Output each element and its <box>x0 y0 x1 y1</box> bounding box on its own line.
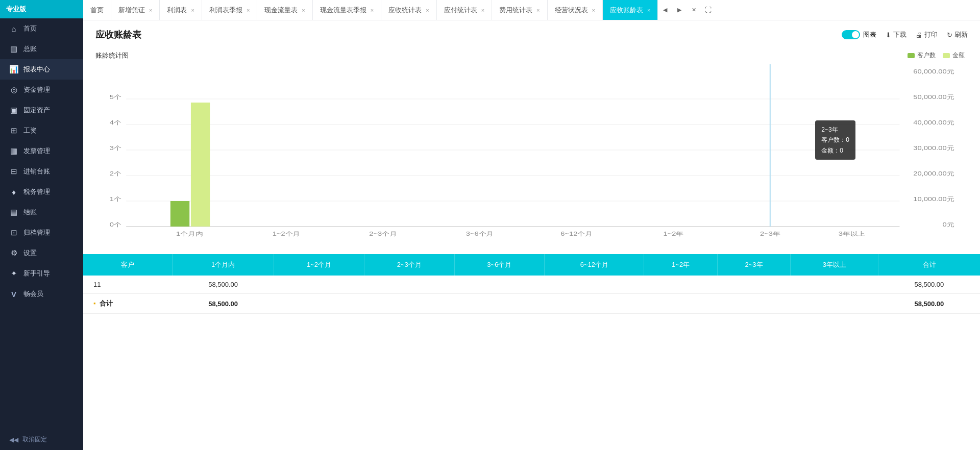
cell-2-3year <box>717 276 790 294</box>
sidebar-item-guide[interactable]: ✦ 新手引导 <box>0 263 83 284</box>
tab-profit-quarter-close[interactable]: × <box>247 7 250 13</box>
svg-text:0个: 0个 <box>110 221 121 228</box>
col-1month: 1个月内 <box>173 254 274 276</box>
sidebar-item-label: 资金管理 <box>23 85 50 94</box>
sidebar-item-invoice[interactable]: ▦ 发票管理 <box>0 141 83 161</box>
svg-text:40,000.00元: 40,000.00元 <box>913 119 954 126</box>
salary-icon: ⊞ <box>9 126 18 135</box>
tab-ar-stats-close[interactable]: × <box>426 7 429 13</box>
tab-ar-stats-label: 应收统计表 <box>388 6 422 15</box>
sidebar-item-label: 进销台账 <box>23 167 50 176</box>
tab-cashflow-close[interactable]: × <box>302 7 305 13</box>
sidebar-item-home[interactable]: ⌂ 首页 <box>0 18 83 39</box>
refresh-icon: ↻ <box>947 31 952 39</box>
tab-cashflow[interactable]: 现金流量表 × <box>257 0 312 20</box>
tab-business-stats-close[interactable]: × <box>592 7 595 13</box>
legend-customer-count: 客户数 <box>908 51 936 60</box>
cell-6-12month <box>545 276 644 294</box>
tab-ap-stats-close[interactable]: × <box>481 7 484 13</box>
total-icon: ▪ <box>93 299 96 307</box>
sidebar-item-sales[interactable]: ⊟ 进销台账 <box>0 161 83 182</box>
sidebar-item-label: 发票管理 <box>23 146 50 156</box>
cell-total-1-2year <box>644 294 717 314</box>
col-3-6month: 3~6个月 <box>454 254 545 276</box>
tab-home-label: 首页 <box>90 6 104 15</box>
sidebar-item-label: 设置 <box>23 248 37 258</box>
tab-expense-stats-close[interactable]: × <box>536 7 540 13</box>
tab-ap-stats[interactable]: 应付统计表 × <box>437 0 492 20</box>
sidebar-item-vip[interactable]: V 畅会员 <box>0 284 83 304</box>
sidebar-item-label: 税务管理 <box>23 187 50 196</box>
tab-home[interactable]: 首页 <box>83 0 111 20</box>
main-content: 首页 新增凭证 × 利润表 × 利润表季报 × 现金流量表 × 现金流量表季报 … <box>83 0 980 450</box>
cell-3-6month <box>454 276 545 294</box>
chart-toggle[interactable] <box>842 30 860 39</box>
page-actions: 图表 ⬇ 下载 🖨 打印 ↻ 刷新 <box>842 30 968 39</box>
tab-voucher-close[interactable]: × <box>149 7 152 13</box>
tab-ar-aging-close[interactable]: × <box>647 7 650 13</box>
guide-icon: ✦ <box>9 269 18 278</box>
chart-title: 账龄统计图 <box>95 51 968 60</box>
print-icon: 🖨 <box>916 31 922 39</box>
tab-profit-quarter[interactable]: 利润表季报 × <box>202 0 257 20</box>
sidebar-item-funds[interactable]: ◎ 资金管理 <box>0 80 83 100</box>
sidebar-item-archive[interactable]: ⊡ 归档管理 <box>0 222 83 243</box>
print-btn[interactable]: 🖨 打印 <box>916 30 938 39</box>
cell-total-1month: 58,500.00 <box>173 294 274 314</box>
tab-fullscreen-btn[interactable]: ⛶ <box>701 0 715 20</box>
tab-ar-aging-label: 应收账龄表 <box>610 6 643 15</box>
download-btn[interactable]: ⬇ 下载 <box>886 30 906 39</box>
report-icon: 📊 <box>9 65 18 74</box>
tab-business-stats[interactable]: 经营状况表 × <box>548 0 603 20</box>
sidebar-bottom-label: 取消固定 <box>22 435 47 444</box>
tab-voucher[interactable]: 新增凭证 × <box>111 0 160 20</box>
svg-text:30,000.00元: 30,000.00元 <box>913 145 954 152</box>
sidebar-item-settings[interactable]: ⚙ 设置 <box>0 243 83 263</box>
legend-amount: 金额 <box>943 51 965 60</box>
cell-total-2-3month <box>364 294 454 314</box>
home-icon: ⌂ <box>9 24 18 33</box>
sidebar-item-tax[interactable]: ♦ 税务管理 <box>0 182 83 202</box>
sidebar-item-salary[interactable]: ⊞ 工资 <box>0 120 83 141</box>
cell-total-2-3year <box>717 294 790 314</box>
sidebar-logo: 专业版 <box>0 0 83 18</box>
refresh-btn[interactable]: ↻ 刷新 <box>947 30 968 39</box>
assets-icon: ▣ <box>9 106 18 115</box>
chart-svg: 0个 1个 2个 3个 4个 5个 0元 10,000.00元 20,000.0… <box>95 64 968 238</box>
sidebar-item-close[interactable]: ▤ 结账 <box>0 202 83 222</box>
cell-1-2month <box>274 276 364 294</box>
legend-customer-label: 客户数 <box>917 51 936 60</box>
content-area: 应收账龄表 图表 ⬇ 下载 🖨 打印 ↻ 刷新 <box>83 20 980 450</box>
tab-expense-stats-label: 费用统计表 <box>499 6 532 15</box>
sidebar-item-assets[interactable]: ▣ 固定资产 <box>0 100 83 120</box>
tab-voucher-label: 新增凭证 <box>118 6 145 15</box>
cell-2-3month <box>364 276 454 294</box>
svg-text:1个月内: 1个月内 <box>176 231 203 237</box>
svg-text:10,000.00元: 10,000.00元 <box>913 196 954 203</box>
cell-total-3-6month <box>454 294 545 314</box>
tab-profit-close[interactable]: × <box>191 7 194 13</box>
sidebar-pin-toggle[interactable]: ◀◀ 取消固定 <box>0 429 83 450</box>
chart-toggle-wrap: 图表 <box>842 30 876 39</box>
cell-total-6-12month <box>545 294 644 314</box>
tab-expense-stats[interactable]: 费用统计表 × <box>492 0 547 20</box>
sidebar-item-label: 总账 <box>23 44 37 54</box>
tab-ar-aging[interactable]: 应收账龄表 × <box>603 0 658 20</box>
page-header: 应收账龄表 图表 ⬇ 下载 🖨 打印 ↻ 刷新 <box>83 20 980 46</box>
tab-next-btn[interactable]: ▶ <box>672 0 687 20</box>
col-3plus-year: 3年以上 <box>791 254 878 276</box>
tab-ar-stats[interactable]: 应收统计表 × <box>381 0 436 20</box>
tab-profit[interactable]: 利润表 × <box>160 0 202 20</box>
tab-cashflow-quarter[interactable]: 现金流量表季报 × <box>313 0 381 20</box>
cell-3plus-year <box>791 276 878 294</box>
tab-cashflow-quarter-label: 现金流量表季报 <box>320 6 366 15</box>
tab-prev-btn[interactable]: ◀ <box>658 0 672 20</box>
tab-close-all-btn[interactable]: ✕ <box>687 0 701 20</box>
col-6-12month: 6~12个月 <box>545 254 644 276</box>
cell-total-1-2month <box>274 294 364 314</box>
total-label-text: 合计 <box>100 299 113 307</box>
svg-text:2~3年: 2~3年 <box>760 231 780 237</box>
sidebar-item-ledger[interactable]: ▤ 总账 <box>0 39 83 59</box>
sidebar-item-report[interactable]: 📊 报表中心 <box>0 59 83 80</box>
tab-cashflow-quarter-close[interactable]: × <box>371 7 374 13</box>
